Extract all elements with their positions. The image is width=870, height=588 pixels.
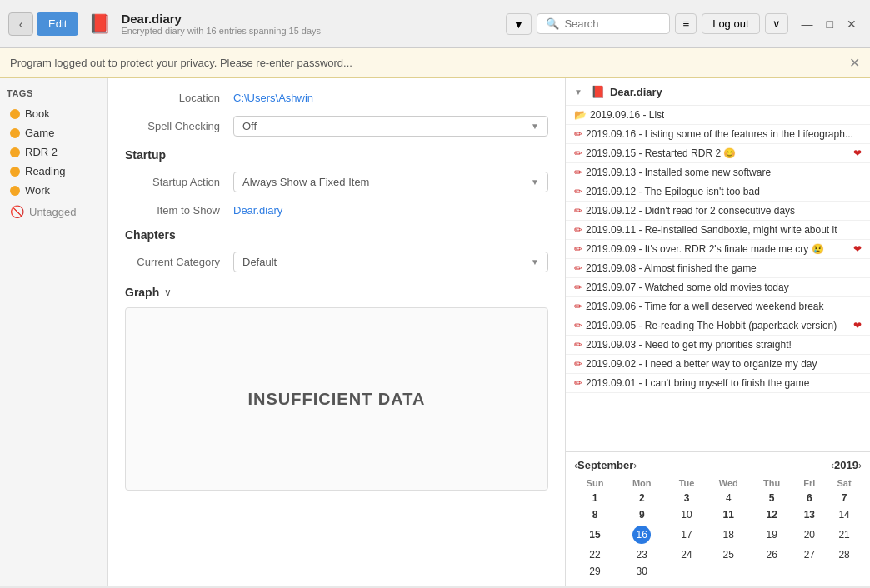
calendar-year: 2019: [834, 459, 858, 471]
calendar-day-cell[interactable]: 25: [706, 546, 752, 563]
entry-item[interactable]: ✏2019.09.02 - I need a better way to org…: [566, 355, 870, 374]
entry-item[interactable]: ✏2019.09.11 - Re-installed Sandboxie, mi…: [566, 221, 870, 240]
calendar-day-cell[interactable]: 11: [706, 506, 752, 523]
item-to-show-value[interactable]: Dear.diary: [233, 204, 282, 217]
rdr2-tag-label: RDR 2: [25, 146, 58, 158]
entry-item[interactable]: ✏2019.09.15 - Restarted RDR 2 😊❤: [566, 144, 870, 163]
sidebar-item-work[interactable]: Work: [7, 182, 101, 199]
calendar-day-cell[interactable]: 2: [616, 490, 668, 506]
next-month-button[interactable]: ›: [633, 460, 637, 471]
calendar-day-cell[interactable]: 16: [616, 523, 668, 546]
entry-text: 2019.09.08 - Almost finished the game: [586, 262, 757, 274]
calendar-day-header: Thu: [752, 476, 792, 490]
spell-check-value: Off: [242, 120, 257, 132]
sidebar-item-reading[interactable]: Reading: [7, 162, 101, 180]
graph-chevron: ∨: [164, 287, 172, 298]
calendar-day-cell[interactable]: 7: [827, 490, 862, 506]
close-button[interactable]: ✕: [842, 16, 862, 32]
calendar-day-cell[interactable]: 19: [752, 523, 792, 546]
entry-text: 2019.09.13 - Installed some new software: [586, 167, 771, 178]
logout-button[interactable]: Log out: [702, 13, 759, 34]
back-button[interactable]: ‹: [8, 12, 33, 36]
entry-item[interactable]: ✏2019.09.12 - The Epilogue isn't too bad: [566, 182, 870, 202]
spell-check-row: Spell Checking Off ▼: [125, 116, 548, 137]
startup-action-arrow: ▼: [531, 177, 539, 187]
maximize-button[interactable]: □: [822, 16, 838, 32]
calendar-day-cell[interactable]: 1: [574, 490, 616, 506]
entry-item[interactable]: ✏2019.09.03 - Need to get my priorities …: [566, 336, 870, 355]
entry-item[interactable]: ✏2019.09.12 - Didn't read for 2 consecut…: [566, 202, 870, 221]
collapse-arrow[interactable]: ▼: [574, 87, 582, 97]
spell-check-select[interactable]: Off ▼: [233, 116, 548, 137]
password-bar: Program logged out to protect your priva…: [0, 48, 870, 78]
calendar-day-cell[interactable]: 20: [792, 523, 827, 546]
calendar-day-cell[interactable]: 24: [668, 546, 705, 563]
title-bar-actions: ▼ 🔍 ≡ Log out ∨ — □ ✕: [506, 13, 862, 35]
calendar-day-cell[interactable]: 14: [827, 506, 862, 523]
minimize-button[interactable]: —: [797, 16, 818, 32]
calendar-day-cell[interactable]: 28: [827, 546, 862, 563]
calendar-day-cell[interactable]: 27: [792, 546, 827, 563]
calendar-day-cell[interactable]: 9: [616, 506, 668, 523]
entry-item[interactable]: ✏2019.09.08 - Almost finished the game: [566, 259, 870, 278]
calendar-day-cell[interactable]: 23: [616, 546, 668, 563]
password-message: Program logged out to protect your priva…: [10, 57, 352, 69]
edit-button[interactable]: Edit: [37, 12, 78, 36]
entry-text: 2019.09.12 - Didn't read for 2 consecuti…: [586, 205, 795, 217]
calendar-day-cell: [668, 563, 705, 580]
category-select[interactable]: Default ▼: [233, 252, 548, 272]
calendar-day-cell[interactable]: 29: [574, 563, 616, 580]
tags-section-title: TAGS: [7, 88, 101, 98]
calendar-day-cell[interactable]: 10: [668, 506, 705, 523]
startup-action-select[interactable]: Always Show a Fixed Item ▼: [233, 172, 548, 192]
dropdown-button[interactable]: ∨: [765, 13, 788, 34]
filter-button[interactable]: ▼: [506, 13, 532, 35]
calendar-day-cell[interactable]: 26: [752, 546, 792, 563]
location-value[interactable]: C:\Users\Ashwin: [233, 92, 313, 104]
calendar-day-cell[interactable]: 18: [706, 523, 752, 546]
calendar-day-cell[interactable]: 30: [616, 563, 668, 580]
entry-text: 2019.09.16 - List: [590, 109, 664, 121]
sidebar-item-untagged[interactable]: 🚫 Untagged: [7, 202, 101, 221]
entry-item[interactable]: ✏2019.09.06 - Time for a well deserved w…: [566, 297, 870, 316]
entry-heart-icon: ❤: [853, 147, 862, 159]
entry-item[interactable]: ✏2019.09.09 - It's over. RDR 2's finale …: [566, 240, 870, 259]
entry-item[interactable]: ✏2019.09.05 - Re-reading The Hobbit (pap…: [566, 316, 870, 336]
entry-item[interactable]: ✏2019.09.16 - Listing some of the featur…: [566, 125, 870, 144]
calendar-day-cell[interactable]: 22: [574, 546, 616, 563]
calendar-day-header: Wed: [706, 476, 752, 490]
sidebar-item-book[interactable]: Book: [7, 105, 101, 122]
startup-section-title: Startup: [125, 148, 548, 162]
calendar-day-cell: [706, 563, 752, 580]
insufficient-data-label: INSUFFICIENT DATA: [248, 390, 426, 409]
calendar-day-cell[interactable]: 21: [827, 523, 862, 546]
calendar-day-cell[interactable]: 15: [574, 523, 616, 546]
entry-item[interactable]: ✏2019.09.13 - Installed some new softwar…: [566, 163, 870, 182]
reading-tag-label: Reading: [25, 165, 65, 177]
sidebar-item-game[interactable]: Game: [7, 124, 101, 142]
entry-item[interactable]: 📂2019.09.16 - List: [566, 106, 870, 125]
graph-header[interactable]: Graph ∨: [125, 286, 548, 299]
calendar-day-cell[interactable]: 5: [752, 490, 792, 506]
entry-item[interactable]: ✏2019.09.01 - I can't bring myself to fi…: [566, 374, 870, 393]
entries-folder-icon: 📕: [591, 85, 605, 98]
calendar-day-cell[interactable]: 12: [752, 506, 792, 523]
search-box[interactable]: 🔍: [537, 13, 670, 34]
search-input[interactable]: [564, 17, 664, 30]
calendar-day-cell[interactable]: 17: [668, 523, 705, 546]
next-year-button[interactable]: ›: [858, 460, 862, 471]
menu-button[interactable]: ≡: [675, 13, 697, 34]
untagged-icon: 🚫: [10, 205, 24, 218]
calendar-day-cell[interactable]: 13: [792, 506, 827, 523]
calendar-day-cell[interactable]: 3: [668, 490, 705, 506]
calendar-day-cell[interactable]: 6: [792, 490, 827, 506]
entry-item[interactable]: ✏2019.09.07 - Watched some old movies to…: [566, 278, 870, 297]
entry-text: 2019.09.11 - Re-installed Sandboxie, mig…: [586, 224, 838, 236]
sidebar-item-rdr2[interactable]: RDR 2: [7, 143, 101, 161]
calendar-day-cell[interactable]: 8: [574, 506, 616, 523]
app-title-group: Dear.diary Encrypted diary with 16 entri…: [121, 12, 498, 36]
edit-icon: ✏: [574, 339, 582, 351]
password-bar-close[interactable]: ✕: [849, 55, 860, 71]
calendar-day-cell[interactable]: 4: [706, 490, 752, 506]
entry-text: 2019.09.15 - Restarted RDR 2 😊: [586, 147, 736, 159]
